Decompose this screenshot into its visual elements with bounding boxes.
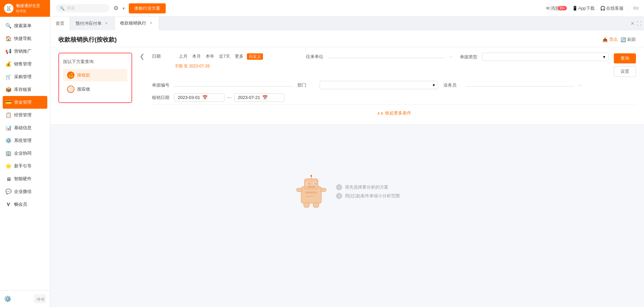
calendar-icon-end: 📅 xyxy=(262,95,268,100)
sidebar-label-wechat: 企业微信 xyxy=(14,189,32,195)
verify-date-start-input[interactable]: 2023-03-01 📅 xyxy=(174,93,224,102)
export-btn[interactable]: 📤 导出 xyxy=(602,37,618,43)
sidebar-item-hardware[interactable]: 🖥 智能硬件 xyxy=(0,172,50,185)
filter-option-by-receivable[interactable]: 🕐 按应收 xyxy=(63,83,127,96)
date-btn-more[interactable]: 更多 xyxy=(233,53,245,60)
purchase-icon: 🛒 xyxy=(5,74,11,80)
sidebar-item-finance[interactable]: 💳 资金管理 xyxy=(3,96,47,109)
collapse-more-btn[interactable]: ∧∧ 收起更多条件 xyxy=(374,107,414,119)
sidebar-item-search[interactable]: 🔍 搜索菜单 xyxy=(0,19,50,32)
filter-area: 按以下方案查询 💰 按收款 🕐 按应收 ❮ xyxy=(50,47,644,124)
counterparty-label: 往来单位 xyxy=(306,54,326,60)
date-btn-7days[interactable]: 近7天 xyxy=(218,53,231,60)
step-2-num: 2 xyxy=(336,193,342,199)
empty-text: 1 请先选择要分析的方案 2 用[过滤]条件来缩小分析范围 xyxy=(336,184,399,199)
inventory-icon: 📦 xyxy=(5,87,11,93)
service-btn[interactable]: 🎧 在线客服 xyxy=(600,5,624,11)
refresh-btn[interactable]: 🔄 刷新 xyxy=(621,37,636,43)
sidebar-item-guide[interactable]: 🌟 新手引导 xyxy=(0,160,50,172)
tab-prepay-close[interactable]: ✕ xyxy=(104,21,109,26)
tab-expand-icon[interactable]: ⛶ xyxy=(637,21,641,26)
guide-icon: 🌟 xyxy=(5,163,11,169)
verify-date-end-value: 2023-07-21 xyxy=(238,95,260,100)
date-btn-this-year[interactable]: 本年 xyxy=(204,53,216,60)
user-name[interactable]: Rit xyxy=(629,6,639,11)
sidebar-item-basic-info[interactable]: 📊 基础信息 xyxy=(0,121,50,134)
refresh-icon: 🔄 xyxy=(621,37,626,42)
sidebar-item-marketing[interactable]: 📢 营销推广 xyxy=(0,45,50,58)
svg-point-5 xyxy=(314,183,316,185)
marketing-icon: 📢 xyxy=(5,48,11,54)
sidebar-collapse-icon[interactable]: ◀◀ xyxy=(34,294,46,303)
tabs-bar: 首页 预付冲应付单 ✕ 收款核销执行 ✕ ✕ ⛶ xyxy=(50,17,644,30)
sidebar-item-operation[interactable]: 📋 经营管理 xyxy=(0,109,50,121)
message-badge: 99+ xyxy=(558,6,567,10)
sidebar-label-search: 搜索菜单 xyxy=(14,23,32,29)
chevron-down-icon: ▾ xyxy=(603,54,605,59)
page-actions: 📤 导出 🔄 刷新 xyxy=(602,37,636,43)
date-label: 日期 xyxy=(152,53,172,59)
svg-point-8 xyxy=(311,175,312,177)
sidebar: 🐰 畅捷通好生意 标准版 🔍 搜索菜单 🏠 快捷导航 📢 营销推广 💰 销售管理… xyxy=(0,0,50,307)
date-custom-tag[interactable]: 自定义 xyxy=(247,53,263,60)
sidebar-label-system: 系统管理 xyxy=(14,138,32,144)
wechat-icon: 💬 xyxy=(5,189,11,195)
verify-date-end-input[interactable]: 2023-07-21 📅 xyxy=(234,93,284,102)
hardware-icon: 🖥 xyxy=(5,176,11,182)
tab-prepay-label: 预付冲应付单 xyxy=(75,20,102,27)
sidebar-footer: ⚙️ ◀◀ xyxy=(0,290,50,307)
sidebar-settings-icon[interactable]: ⚙️ xyxy=(4,295,11,303)
counterparty-dots[interactable]: ··· xyxy=(447,53,454,60)
sidebar-item-wechat[interactable]: 💬 企业微信 xyxy=(0,185,50,198)
logo-name: 畅捷通好生意 xyxy=(16,3,40,9)
app-download-btn[interactable]: 📱 App下载 xyxy=(572,5,595,11)
filter-option-receipt-label: 按收款 xyxy=(77,72,90,78)
topbar-gear-icon[interactable]: ⚙ xyxy=(113,5,118,12)
sidebar-item-system[interactable]: ⚙️ 系统管理 xyxy=(0,134,50,147)
filter-right-actions: 查询 设置 xyxy=(614,53,636,77)
basic-info-icon: 📊 xyxy=(5,125,11,131)
industry-btn[interactable]: 体验行业方案 xyxy=(129,3,166,13)
filter-option-by-receipt[interactable]: 💰 按收款 xyxy=(63,69,127,82)
sidebar-item-inventory[interactable]: 📦 库存核算 xyxy=(0,83,50,96)
dept-chevron-icon: ▾ xyxy=(433,83,435,88)
filter-left-title: 按以下方案查询 xyxy=(63,59,127,65)
tab-receipt-verify-label: 收款核销执行 xyxy=(120,20,146,26)
date-btn-last-month[interactable]: 上月 xyxy=(177,53,189,60)
message-btn[interactable]: ✉ 消息 99+ xyxy=(546,5,567,11)
logo-icon: 🐰 xyxy=(4,4,13,13)
query-btn[interactable]: 查询 xyxy=(614,53,636,63)
empty-hint-1-text: 请先选择要分析的方案 xyxy=(345,184,388,190)
sales-icon: 💰 xyxy=(5,61,11,67)
verify-date-start-value: 2023-03-01 xyxy=(178,95,200,100)
sidebar-item-sales[interactable]: 💰 销售管理 xyxy=(0,58,50,70)
filter-collapse-btn[interactable]: ❮ xyxy=(138,53,147,119)
tab-close-icon[interactable]: ✕ xyxy=(631,21,635,26)
sidebar-item-enterprise[interactable]: 🏢 企业协同 xyxy=(0,147,50,160)
sidebar-item-vip[interactable]: V 畅会员 xyxy=(0,198,50,211)
sidebar-label-basic-info: 基础信息 xyxy=(14,125,32,131)
topbar-search-box[interactable]: 🔍 搜索 xyxy=(56,4,109,12)
sidebar-item-quick-nav[interactable]: 🏠 快捷导航 xyxy=(0,32,50,45)
tab-prepay[interactable]: 预付冲应付单 ✕ xyxy=(70,17,115,30)
tab-home[interactable]: 首页 xyxy=(50,17,70,30)
tab-receipt-verify-close[interactable]: ✕ xyxy=(148,20,154,26)
doc-no-label: 单据编号 xyxy=(152,82,172,88)
staff-dots[interactable]: ··· xyxy=(576,81,584,89)
sidebar-label-purchase: 采购管理 xyxy=(14,74,32,80)
app-label: App下载 xyxy=(578,5,595,11)
topbar-chevron-icon[interactable]: ▾ xyxy=(122,6,125,11)
svg-rect-12 xyxy=(321,188,326,192)
logo-tag: 标准版 xyxy=(16,9,40,13)
settings-btn[interactable]: 设置 xyxy=(614,66,636,77)
sidebar-label-operation: 经营管理 xyxy=(14,112,32,118)
service-label: 在线客服 xyxy=(606,5,624,11)
dept-label: 部门 xyxy=(298,82,318,88)
tab-receipt-verify[interactable]: 收款核销执行 ✕ xyxy=(115,17,159,30)
date-btn-this-month[interactable]: 本月 xyxy=(191,53,202,60)
doc-type-label: 单据类型 xyxy=(460,54,480,60)
home-icon: 🏠 xyxy=(5,36,11,42)
sidebar-logo: 🐰 畅捷通好生意 标准版 xyxy=(0,0,50,17)
filter-left-panel: 按以下方案查询 💰 按收款 🕐 按应收 xyxy=(58,53,132,119)
sidebar-item-purchase[interactable]: 🛒 采购管理 xyxy=(0,70,50,83)
